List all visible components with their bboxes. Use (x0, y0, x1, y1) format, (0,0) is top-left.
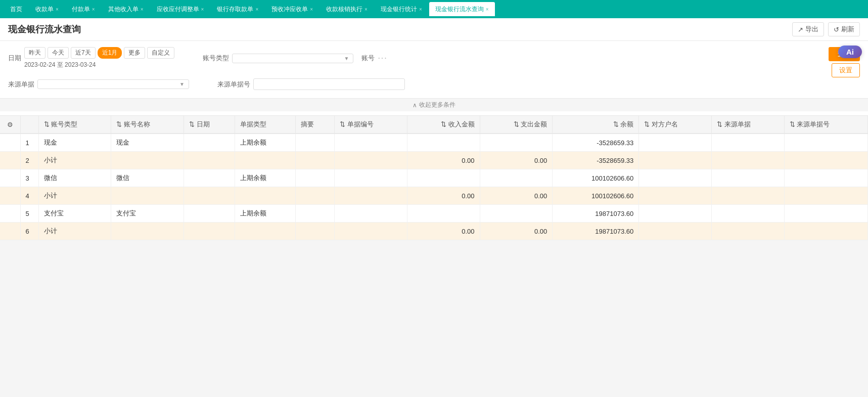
nav-tab-3[interactable]: 应收应付调整单 × (151, 2, 210, 16)
date-label: 日期 (8, 54, 21, 63)
nav-tab-7[interactable]: 现金银行统计 × (375, 2, 428, 16)
export-button[interactable]: ↗ 导出 (792, 22, 824, 36)
data-table: ⚙ ⇅ 账号类型 ⇅ 账号名称 ⇅ 日期 单据类型 摘要 ⇅ 单据编号 (0, 116, 868, 240)
date-filter-col: 昨天 今天 近7天 近1月 更多 自定义 2023-02-24 至 2023-0… (24, 47, 174, 69)
table-header-row: ⚙ ⇅ 账号类型 ⇅ 账号名称 ⇅ 日期 单据类型 摘要 ⇅ 单据编号 (0, 116, 868, 134)
filter-area: 日期 昨天 今天 近7天 近1月 更多 自定义 2023-02-24 至 202… (0, 41, 868, 116)
ai-button[interactable]: Ai (838, 46, 862, 58)
date-btn-custom[interactable]: 自定义 (147, 47, 174, 59)
col-counterparty[interactable]: ⇅ 对方户名 (639, 116, 712, 134)
export-icon: ↗ (798, 26, 803, 33)
account-dots[interactable]: ··· (378, 54, 387, 63)
account-type-select[interactable]: ▼ (232, 54, 353, 63)
gear-icon[interactable]: ⚙ (7, 121, 13, 128)
filter-row-2: 来源单据 ▼ 来源单据号 (8, 78, 816, 90)
nav-tab-2[interactable]: 其他收入单 × (102, 2, 150, 16)
close-tab-2[interactable]: × (141, 7, 144, 12)
date-btn-1month[interactable]: 近1月 (98, 47, 122, 59)
close-tab-4[interactable]: × (255, 7, 258, 12)
col-account-name[interactable]: ⇅ 账号名称 (111, 116, 184, 134)
close-tab-6[interactable]: × (364, 7, 368, 12)
table-row[interactable]: 3微信微信上期余额100102606.60 (0, 169, 868, 187)
refresh-icon: ↺ (834, 26, 839, 33)
nav-tab-0[interactable]: 收款单 × (29, 2, 65, 16)
date-filter-group: 日期 昨天 今天 近7天 近1月 更多 自定义 2023-02-24 至 202… (8, 47, 174, 69)
nav-tab-8[interactable]: 现金银行流水查询 × (429, 2, 495, 16)
table-row[interactable]: 4小计0.000.00100102606.60 (0, 187, 868, 205)
close-tab-7[interactable]: × (419, 7, 422, 12)
date-btn-yesterday[interactable]: 昨天 (24, 47, 45, 59)
col-settings[interactable]: ⚙ (0, 116, 20, 134)
header-actions: ↗ 导出 ↺ 刷新 (792, 22, 860, 36)
close-tab-1[interactable]: × (92, 7, 95, 12)
col-summary: 摘要 (295, 116, 334, 134)
close-tab-8[interactable]: × (486, 7, 489, 12)
nav-tab-5[interactable]: 预收冲应收单 × (265, 2, 319, 16)
table-row[interactable]: 6小计0.000.0019871073.60 (0, 223, 868, 240)
account-filter-group: 账号 ··· (361, 54, 387, 63)
col-account-type[interactable]: ⇅ 账号类型 (38, 116, 111, 134)
collapse-label: 收起更多条件 (419, 101, 455, 109)
source-doc-filter-group: 来源单据 ▼ (8, 79, 189, 89)
table-row[interactable]: 2小计0.000.00-3528659.33 (0, 152, 868, 169)
date-range: 2023-02-24 至 2023-03-24 (24, 61, 174, 69)
table-body: 1现金现金上期余额-3528659.332小计0.000.00-3528659.… (0, 134, 868, 240)
close-tab-3[interactable]: × (201, 7, 204, 12)
col-expense[interactable]: ⇅ 支出金额 (480, 116, 553, 134)
close-tab-0[interactable]: × (56, 7, 59, 12)
top-nav: 首页 收款单 × 付款单 × 其他收入单 × 应收应付调整单 × 银行存取款单 … (0, 0, 868, 18)
account-type-filter-group: 账号类型 ▼ (203, 54, 353, 63)
filter-row-1: 日期 昨天 今天 近7天 近1月 更多 自定义 2023-02-24 至 202… (8, 47, 816, 69)
account-type-label: 账号类型 (203, 54, 229, 63)
source-doc-label: 来源单据 (8, 80, 34, 89)
date-btn-7days[interactable]: 近7天 (71, 47, 96, 59)
settings-button[interactable]: 设置 (832, 63, 860, 77)
source-doc-no-input[interactable] (253, 78, 405, 90)
nav-tab-6[interactable]: 收款核销执行 × (320, 2, 374, 16)
account-label: 账号 (361, 54, 375, 63)
col-income[interactable]: ⇅ 收入金额 (407, 116, 480, 134)
table-row[interactable]: 5支付宝支付宝上期余额19871073.60 (0, 205, 868, 223)
date-btn-today[interactable]: 今天 (48, 47, 69, 59)
page-header: 现金银行流水查询 ↗ 导出 ↺ 刷新 (0, 18, 868, 41)
page-title: 现金银行流水查询 (8, 23, 81, 35)
col-balance[interactable]: ⇅ 余额 (553, 116, 639, 134)
nav-home[interactable]: 首页 (4, 5, 28, 14)
source-doc-no-label: 来源单据号 (217, 80, 250, 89)
chevron-up-icon: ∧ (413, 102, 417, 109)
nav-tab-4[interactable]: 银行存取款单 × (211, 2, 264, 16)
table-container: ⚙ ⇅ 账号类型 ⇅ 账号名称 ⇅ 日期 单据类型 摘要 ⇅ 单据编号 (0, 116, 868, 240)
nav-tab-1[interactable]: 付款单 × (66, 2, 101, 16)
col-doc-no[interactable]: ⇅ 单据编号 (335, 116, 407, 134)
col-index (20, 116, 38, 134)
date-shortcuts: 昨天 今天 近7天 近1月 更多 自定义 (24, 47, 174, 59)
col-date[interactable]: ⇅ 日期 (184, 116, 235, 134)
col-doc-type: 单据类型 (235, 116, 296, 134)
table-row[interactable]: 1现金现金上期余额-3528659.33 (0, 134, 868, 152)
date-btn-more[interactable]: 更多 (124, 47, 145, 59)
col-source-doc[interactable]: ⇅ 来源单据 (711, 116, 784, 134)
source-doc-no-filter-group: 来源单据号 (217, 78, 405, 90)
close-tab-5[interactable]: × (310, 7, 313, 12)
col-source-doc-no[interactable]: ⇅ 来源单据号 (784, 116, 867, 134)
chevron-down-icon: ▼ (344, 56, 349, 61)
refresh-button[interactable]: ↺ 刷新 (828, 22, 860, 36)
source-doc-select[interactable]: ▼ (37, 79, 189, 89)
collapse-bar[interactable]: ∧ 收起更多条件 (0, 98, 868, 111)
chevron-down-icon-2: ▼ (179, 81, 185, 87)
